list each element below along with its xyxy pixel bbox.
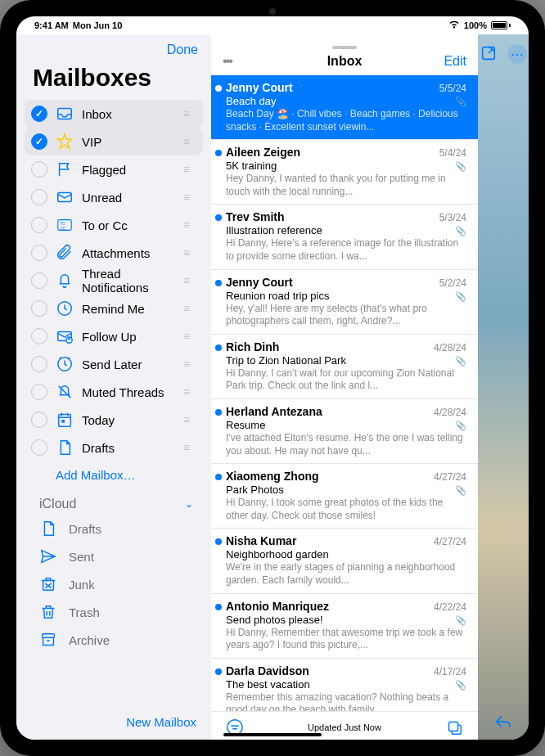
radio-icon[interactable] [31, 384, 47, 400]
mailbox-row-drafts[interactable]: Drafts≡ [25, 434, 203, 461]
edit-button[interactable]: Edit [444, 54, 466, 69]
radio-icon[interactable] [31, 300, 47, 317]
radio-icon[interactable] [31, 161, 47, 178]
reorder-handle[interactable]: ≡ [183, 218, 196, 232]
reorder-handle[interactable]: ≡ [183, 385, 196, 398]
reorder-handle[interactable]: ≡ [183, 330, 196, 343]
message-item[interactable]: Aileen Zeigen5/4/245K trainingHey Danny,… [211, 140, 478, 205]
section-header-icloud[interactable]: iCloud⌄ [25, 488, 203, 515]
mailbox-row-inbox[interactable]: Inbox≡ [25, 100, 203, 128]
reorder-handle[interactable]: ≡ [183, 302, 196, 315]
battery-percent: 100% [464, 20, 487, 30]
preview-panel: ⋯ [478, 34, 529, 740]
svg-rect-1 [58, 193, 72, 202]
home-indicator[interactable] [223, 733, 322, 736]
grabber[interactable] [332, 46, 357, 49]
mailbox-row-send-later[interactable]: Send Later≡ [25, 350, 203, 378]
radio-icon[interactable] [31, 133, 47, 150]
compose-button[interactable] [480, 44, 498, 62]
add-mailbox-button[interactable]: Add Mailbox… [25, 461, 203, 488]
mailbox-row-thread-notifications[interactable]: Thread Notifications≡ [25, 267, 203, 295]
mailbox-row-flagged[interactable]: Flagged≡ [25, 155, 203, 183]
message-item[interactable]: Trev Smith5/3/24Illustration referenceHi… [211, 205, 478, 269]
mailbox-row-vip[interactable]: VIP≡ [25, 128, 203, 155]
mailbox-row-follow-up[interactable]: Follow Up≡ [25, 322, 203, 350]
reorder-handle[interactable]: ≡ [183, 135, 196, 148]
radio-icon[interactable] [31, 245, 47, 261]
radio-icon[interactable] [31, 189, 47, 205]
radio-icon[interactable] [31, 439, 47, 456]
message-date: 4/22/24 [434, 601, 466, 613]
message-sender: Xiaomeng Zhong [226, 470, 319, 483]
folder-row-trash[interactable]: Trash [25, 598, 203, 626]
message-preview: Hi Danny, I can't wait for our upcoming … [226, 367, 466, 393]
reorder-handle[interactable]: ≡ [183, 274, 196, 287]
radio-icon[interactable] [31, 272, 47, 289]
mailbox-row-muted-threads[interactable]: Muted Threads≡ [25, 378, 203, 406]
message-item[interactable]: Herland Antezana4/28/24ResumeI've attach… [211, 399, 478, 464]
mailbox-row-today[interactable]: Today≡ [25, 406, 203, 434]
reorder-handle[interactable]: ≡ [183, 413, 196, 426]
message-preview: Hi Danny, Remember that awesome trip we … [226, 627, 466, 652]
unread-dot-icon [215, 409, 222, 416]
message-item[interactable]: Jenny Court5/5/24Beach dayBeach Day 🏖️ ·… [211, 75, 478, 140]
mailbox-row-unread[interactable]: Unread≡ [25, 183, 203, 211]
radio-icon[interactable] [31, 106, 47, 122]
folder-row-junk[interactable]: Junk [25, 570, 203, 598]
folder-row-archive[interactable]: Archive [25, 626, 203, 654]
mailbox-label: Thread Notifications [82, 267, 175, 295]
ipad-frame: 9:41 AM Mon Jun 10 100% Done [0, 0, 545, 756]
radio-icon[interactable] [31, 412, 47, 428]
message-date: 5/3/24 [439, 212, 466, 223]
folder-row-drafts[interactable]: Drafts [25, 515, 203, 542]
unread-dot-icon [215, 214, 222, 221]
message-date: 4/28/24 [434, 342, 466, 353]
folder-label: Drafts [69, 522, 101, 536]
mailbox-row-to-or-cc[interactable]: TOCCTo or Cc≡ [25, 211, 203, 239]
stack-icon[interactable] [445, 718, 463, 736]
clock-icon [56, 299, 74, 317]
message-item[interactable]: Darla Davidson4/17/24The best vacationRe… [211, 659, 478, 711]
done-button[interactable]: Done [167, 43, 198, 57]
message-item[interactable]: Nisha Kumar4/27/24Neighborhood gardenWe'… [211, 529, 478, 593]
folder-row-sent[interactable]: Sent [25, 542, 203, 570]
message-item[interactable]: Jenny Court5/2/24Reunion road trip picsH… [211, 270, 478, 335]
mailbox-row-remind-me[interactable]: Remind Me≡ [25, 295, 203, 322]
reply-button[interactable] [494, 713, 512, 731]
reorder-handle[interactable]: ≡ [183, 358, 196, 371]
message-sender: Jenny Court [226, 81, 293, 94]
attachment-icon: 📎 [455, 680, 466, 691]
unread-dot-icon [215, 474, 222, 480]
svg-rect-10 [61, 420, 65, 423]
message-item[interactable]: Rich Dinh4/28/24Trip to Zion National Pa… [211, 335, 478, 399]
more-menu-button[interactable]: ⋯ [507, 44, 527, 64]
reorder-handle[interactable]: ≡ [183, 191, 196, 204]
messages-scroll[interactable]: Jenny Court5/5/24Beach dayBeach Day 🏖️ ·… [211, 75, 478, 711]
trash-icon [39, 603, 57, 621]
message-list-pane: ••• Inbox Edit Jenny Court5/5/24Beach da… [211, 34, 478, 740]
new-mailbox-button[interactable]: New Mailbox [126, 715, 196, 729]
sendlater-icon [56, 355, 74, 373]
more-icon[interactable]: ••• [223, 54, 232, 69]
attachment-icon: 📎 [455, 421, 466, 431]
reorder-handle[interactable]: ≡ [183, 441, 196, 454]
unread-dot-icon [215, 280, 222, 286]
updated-status: Updated Just Now [308, 722, 381, 732]
reorder-handle[interactable]: ≡ [183, 163, 196, 176]
star-icon [56, 133, 74, 151]
message-preview: Hi Danny, I took some great photos of th… [226, 497, 466, 522]
radio-icon[interactable] [31, 217, 47, 233]
reorder-handle[interactable]: ≡ [183, 107, 196, 120]
message-subject: Trip to Zion National Park [226, 354, 466, 367]
tocc-icon: TOCC [56, 216, 74, 234]
mailbox-label: Drafts [82, 441, 175, 455]
reorder-handle[interactable]: ≡ [183, 246, 196, 259]
message-sender: Antonio Manriquez [226, 600, 329, 613]
message-item[interactable]: Antonio Manriquez4/22/24Send photos plea… [211, 594, 478, 659]
radio-icon[interactable] [31, 328, 47, 344]
radio-icon[interactable] [31, 356, 47, 372]
attachment-icon: 📎 [455, 615, 466, 626]
message-item[interactable]: Xiaomeng Zhong4/27/24Park PhotosHi Danny… [211, 464, 478, 529]
mailbox-row-attachments[interactable]: Attachments≡ [25, 239, 203, 267]
message-sender: Jenny Court [226, 276, 293, 289]
